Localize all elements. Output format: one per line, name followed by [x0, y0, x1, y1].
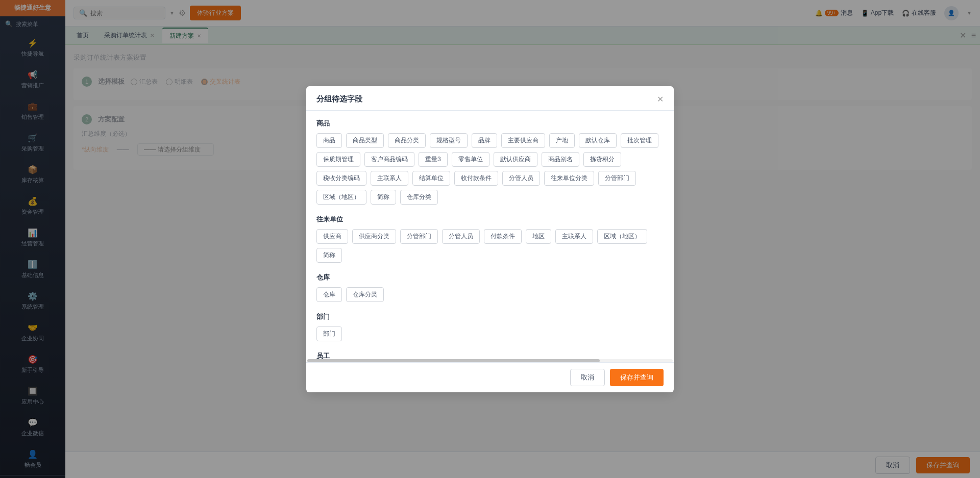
field-tag[interactable]: 商品: [316, 133, 342, 148]
field-tag[interactable]: 客户商品编码: [364, 152, 414, 167]
modal-cancel-button[interactable]: 取消: [570, 369, 605, 386]
field-tag[interactable]: 简称: [371, 190, 396, 205]
horizontal-scrollbar[interactable]: [307, 359, 673, 362]
field-tag[interactable]: 分管人员: [442, 229, 480, 244]
modal-header: 分组待选字段 ✕: [306, 86, 674, 111]
field-tag[interactable]: 结算单位: [412, 171, 450, 186]
field-tag[interactable]: 供应商分类: [352, 229, 396, 244]
modal-body: 商品商品商品类型商品分类规格型号品牌主要供应商产地默认仓库批次管理保质期管理客户…: [306, 111, 674, 359]
field-tags-partner: 供应商供应商分类分管部门分管人员付款条件地区主联系人区域（地区）简称: [316, 229, 664, 263]
field-section-department: 部门部门: [316, 312, 664, 341]
field-tag[interactable]: 地区: [526, 229, 551, 244]
field-tags-goods: 商品商品类型商品分类规格型号品牌主要供应商产地默认仓库批次管理保质期管理客户商品…: [316, 133, 664, 205]
field-tag[interactable]: 收付款条件: [454, 171, 498, 186]
field-tag[interactable]: 主联系人: [371, 171, 408, 186]
section-title-warehouse: 仓库: [316, 273, 664, 282]
field-tag[interactable]: 区域（地区）: [316, 190, 366, 205]
field-tag[interactable]: 保质期管理: [316, 152, 360, 167]
field-tag[interactable]: 规格型号: [430, 133, 468, 148]
modal-title: 分组待选字段: [316, 94, 362, 104]
field-tag[interactable]: 部门: [316, 326, 342, 341]
field-section-warehouse: 仓库仓库仓库分类: [316, 273, 664, 302]
field-tag[interactable]: 简称: [316, 248, 342, 263]
modal-overlay: 分组待选字段 ✕ 商品商品商品类型商品分类规格型号品牌主要供应商产地默认仓库批次…: [0, 0, 980, 478]
field-tag[interactable]: 商品分类: [388, 133, 426, 148]
field-tag[interactable]: 拣货积分: [583, 152, 621, 167]
field-tag[interactable]: 默认供应商: [494, 152, 537, 167]
field-tags-warehouse: 仓库仓库分类: [316, 287, 664, 302]
field-tag[interactable]: 批次管理: [621, 133, 658, 148]
field-tag[interactable]: 分管部门: [598, 171, 636, 186]
field-tag[interactable]: 主联系人: [555, 229, 593, 244]
field-tag[interactable]: 商品别名: [542, 152, 579, 167]
field-section-employee: 员工业务员: [316, 351, 664, 359]
field-tag[interactable]: 商品类型: [346, 133, 384, 148]
field-tag[interactable]: 仓库分类: [400, 190, 438, 205]
modal-close-button[interactable]: ✕: [657, 94, 664, 104]
field-tag[interactable]: 仓库: [316, 287, 342, 302]
field-tag[interactable]: 仓库分类: [346, 287, 384, 302]
field-tag[interactable]: 供应商: [316, 229, 348, 244]
modal-save-button[interactable]: 保存并查询: [610, 369, 664, 386]
field-section-goods: 商品商品商品类型商品分类规格型号品牌主要供应商产地默认仓库批次管理保质期管理客户…: [316, 119, 664, 205]
section-title-department: 部门: [316, 312, 664, 321]
field-tag[interactable]: 产地: [549, 133, 575, 148]
section-title-goods: 商品: [316, 119, 664, 128]
field-tags-department: 部门: [316, 326, 664, 341]
field-tag[interactable]: 往来单位分类: [544, 171, 594, 186]
field-tag[interactable]: 分管部门: [400, 229, 438, 244]
field-tag[interactable]: 零售单位: [452, 152, 489, 167]
field-select-modal: 分组待选字段 ✕ 商品商品商品类型商品分类规格型号品牌主要供应商产地默认仓库批次…: [306, 86, 674, 392]
field-tag[interactable]: 主要供应商: [501, 133, 545, 148]
field-tag[interactable]: 品牌: [472, 133, 497, 148]
field-tag[interactable]: 重量3: [419, 152, 448, 167]
section-title-partner: 往来单位: [316, 215, 664, 224]
field-tag[interactable]: 默认仓库: [579, 133, 617, 148]
field-tag[interactable]: 分管人员: [502, 171, 540, 186]
section-title-employee: 员工: [316, 351, 664, 359]
field-tag[interactable]: 付款条件: [484, 229, 522, 244]
field-section-partner: 往来单位供应商供应商分类分管部门分管人员付款条件地区主联系人区域（地区）简称: [316, 215, 664, 263]
field-tag[interactable]: 税收分类编码: [316, 171, 366, 186]
field-tag[interactable]: 区域（地区）: [597, 229, 647, 244]
modal-footer: 取消 保存并查询: [306, 362, 674, 392]
